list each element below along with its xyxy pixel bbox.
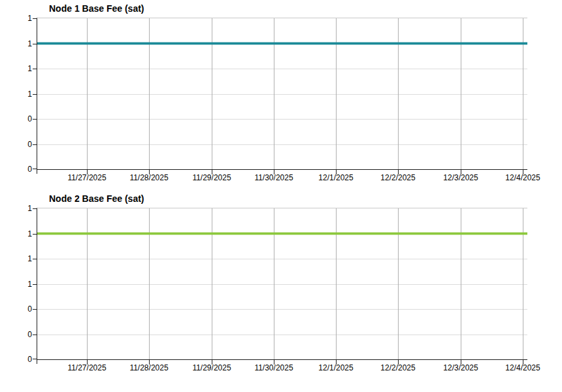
y-tick-label: 0 <box>14 114 32 124</box>
plot-area: 111100011/27/202511/28/202511/29/202511/… <box>37 208 527 360</box>
x-tick-label: 12/1/2025 <box>306 173 365 183</box>
y-tick-label: 1 <box>14 39 32 49</box>
x-tick-label: 11/28/2025 <box>120 173 178 183</box>
x-tick-label: 11/28/2025 <box>120 363 178 373</box>
axis-extension <box>37 170 37 174</box>
x-gridline <box>149 208 150 359</box>
x-gridline <box>398 18 399 169</box>
y-tick-label: 0 <box>14 329 32 340</box>
y-tick-mark <box>33 335 37 335</box>
x-tick-label: 12/3/2025 <box>431 363 490 373</box>
y-tick-mark <box>33 284 37 285</box>
y-tick-label: 1 <box>14 89 32 99</box>
y-gridline <box>37 259 527 259</box>
y-gridline <box>37 94 527 95</box>
axis-extension <box>37 360 37 364</box>
y-tick-label: 0 <box>14 139 32 150</box>
x-tick-label: 11/27/2025 <box>58 173 116 183</box>
y-tick-mark <box>33 69 37 69</box>
y-tick-mark <box>33 18 37 19</box>
x-gridline <box>523 18 523 169</box>
y-tick-label: 1 <box>14 13 32 24</box>
x-tick-label: 12/2/2025 <box>369 363 427 373</box>
y-gridline <box>37 284 527 285</box>
series-line <box>37 42 527 44</box>
y-tick-mark <box>33 309 37 310</box>
x-gridline <box>398 208 399 359</box>
dual-chart-canvas: Node 1 Base Fee (sat) 111100011/27/20251… <box>0 0 562 392</box>
x-gridline <box>461 208 461 359</box>
y-tick-mark <box>33 119 37 120</box>
y-tick-label: 0 <box>14 164 32 174</box>
y-tick-label: 1 <box>14 279 32 289</box>
x-gridline <box>523 208 523 359</box>
y-gridline <box>37 309 527 310</box>
x-tick-label: 12/4/2025 <box>493 363 552 373</box>
y-tick-mark <box>33 94 37 95</box>
x-gridline <box>212 208 212 359</box>
x-tick-label: 12/4/2025 <box>493 173 552 183</box>
x-gridline <box>461 18 461 169</box>
y-tick-mark <box>33 208 37 209</box>
y-gridline <box>37 335 527 335</box>
x-tick-label: 12/2/2025 <box>369 173 427 183</box>
x-gridline <box>336 208 337 359</box>
x-tick-label: 12/3/2025 <box>431 173 490 183</box>
x-tick-label: 11/29/2025 <box>182 363 241 373</box>
x-tick-label: 12/1/2025 <box>306 363 365 373</box>
x-tick-label: 11/30/2025 <box>244 363 303 373</box>
y-tick-mark <box>33 144 37 145</box>
chart-title: Node 1 Base Fee (sat) <box>49 3 144 14</box>
plot-area: 111100011/27/202511/28/202511/29/202511/… <box>37 18 527 170</box>
x-gridline <box>87 208 88 359</box>
chart-title: Node 2 Base Fee (sat) <box>49 193 144 204</box>
x-gridline <box>274 208 274 359</box>
y-gridline <box>37 119 527 120</box>
y-tick-label: 1 <box>14 229 32 239</box>
y-tick-label: 0 <box>14 354 32 365</box>
x-gridline <box>212 18 212 169</box>
y-gridline <box>37 144 527 145</box>
x-tick-label: 11/27/2025 <box>58 363 116 373</box>
y-tick-label: 1 <box>14 203 32 214</box>
x-gridline <box>274 18 274 169</box>
x-gridline <box>87 18 88 169</box>
y-tick-label: 1 <box>14 253 32 264</box>
x-gridline <box>336 18 337 169</box>
y-gridline <box>37 69 527 69</box>
x-gridline <box>149 18 150 169</box>
y-tick-label: 1 <box>14 63 32 74</box>
y-tick-mark <box>33 259 37 259</box>
chart-node-1-base-fee: Node 1 Base Fee (sat) 111100011/27/20251… <box>0 0 562 190</box>
x-tick-label: 11/30/2025 <box>244 173 303 183</box>
y-tick-mark <box>33 169 37 169</box>
y-tick-label: 0 <box>14 304 32 314</box>
y-tick-mark <box>33 234 37 235</box>
chart-node-2-base-fee: Node 2 Base Fee (sat) 111100011/27/20251… <box>0 190 562 380</box>
y-tick-mark <box>33 44 37 44</box>
x-tick-label: 11/29/2025 <box>182 173 241 183</box>
y-tick-mark <box>33 359 37 359</box>
series-line <box>37 233 527 235</box>
